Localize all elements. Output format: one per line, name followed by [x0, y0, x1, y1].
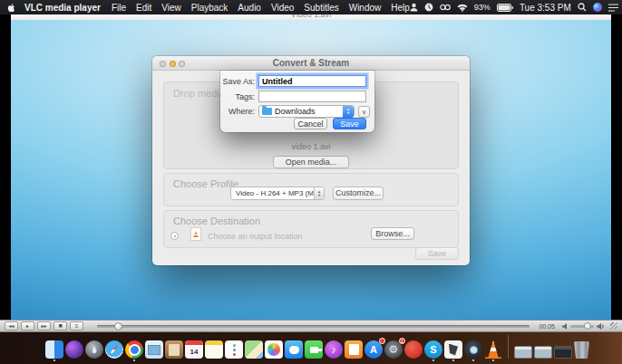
open-media-button[interactable]: Open media...: [273, 156, 349, 168]
dock-item-itunes[interactable]: ♪: [325, 340, 343, 361]
dock-item-chrome[interactable]: [125, 340, 143, 361]
itunes-icon: ♪: [325, 340, 343, 359]
dock-item-skype[interactable]: S: [424, 340, 442, 361]
expand-sheet-button[interactable]: ∨: [358, 106, 370, 118]
profile-dropdown[interactable]: Video - H.264 + MP3 (MP4) ▲▼: [230, 187, 325, 200]
user-icon[interactable]: [410, 3, 418, 12]
maps-icon: [245, 340, 263, 359]
minimize-button[interactable]: [170, 61, 176, 67]
volume-control: [562, 323, 605, 330]
dock-item-trash[interactable]: [574, 341, 589, 361]
dock-item-notes[interactable]: [205, 340, 223, 361]
convert-window-title-bar[interactable]: Convert & Stream: [152, 56, 470, 71]
dock-item-app-store[interactable]: A: [364, 340, 383, 361]
cancel-button[interactable]: Cancel: [294, 118, 327, 129]
dock-item-window-1[interactable]: [514, 346, 532, 361]
dock-item-system-preferences[interactable]: ⚙1: [384, 340, 403, 361]
menu-window[interactable]: Window: [349, 3, 382, 13]
menu-view[interactable]: View: [161, 3, 181, 13]
chrome-running-indicator: [133, 359, 135, 361]
volume-slider[interactable]: [570, 325, 594, 328]
steam-icon: [464, 340, 482, 359]
convert-save-button-disabled[interactable]: Save: [415, 247, 459, 260]
playlist-button[interactable]: ≡: [70, 321, 83, 330]
menu-edit[interactable]: Edit: [136, 3, 151, 13]
play-button[interactable]: ▸: [21, 321, 34, 330]
menu-bar-clock[interactable]: Tue 3:53 PM: [520, 3, 571, 13]
dock-item-steam[interactable]: [464, 340, 482, 361]
seek-slider[interactable]: [97, 325, 530, 328]
menu-file[interactable]: File: [112, 3, 126, 13]
resize-grip[interactable]: [610, 322, 617, 330]
stop-button[interactable]: ■: [53, 321, 67, 330]
dock-item-vlc[interactable]: [484, 340, 502, 361]
volume-knob[interactable]: [584, 322, 591, 330]
stepper-arrows-icon: ▲▼: [314, 187, 324, 199]
browse-button[interactable]: Browse...: [371, 227, 414, 240]
apple-menu-icon[interactable]: [6, 3, 16, 13]
dock-item-contacts[interactable]: [165, 340, 183, 361]
dock-item-calendar[interactable]: 14: [185, 340, 203, 361]
where-label: Where:: [220, 107, 255, 116]
where-dropdown[interactable]: Downloads ▲▼: [258, 105, 355, 118]
dock-item-ibooks[interactable]: [345, 340, 363, 361]
contacts-icon: [165, 340, 183, 359]
dock-item-photos[interactable]: [265, 340, 283, 361]
dock-item-safari[interactable]: [105, 340, 123, 361]
dock-item-launchpad[interactable]: [85, 340, 103, 361]
calendar-label: 14: [190, 348, 199, 356]
save-button[interactable]: Save: [333, 118, 366, 129]
skype-running-indicator: [432, 359, 434, 361]
dock-item-window-3[interactable]: [554, 346, 572, 361]
battery-icon[interactable]: [497, 4, 513, 12]
safari-icon: [105, 340, 123, 359]
volume-low-icon[interactable]: [562, 323, 568, 330]
destination-radio[interactable]: [170, 232, 179, 240]
save-as-input[interactable]: [258, 75, 366, 87]
media-file-name: video 1.avi: [164, 142, 458, 151]
sync-icon[interactable]: [424, 3, 433, 12]
window-2-icon: [534, 346, 552, 359]
siri-icon[interactable]: [593, 3, 602, 12]
chrome-icon: [125, 340, 143, 359]
dock-item-preview[interactable]: [145, 340, 163, 361]
app-store-icon: A: [364, 340, 383, 359]
trash-icon: [574, 341, 589, 359]
active-app-name[interactable]: VLC media player: [24, 3, 101, 13]
dock-item-red-app[interactable]: [404, 340, 423, 361]
dock-item-finder[interactable]: [45, 340, 63, 361]
finder-icon: [45, 340, 63, 359]
tags-input[interactable]: [258, 91, 366, 102]
seek-knob[interactable]: [114, 322, 122, 330]
menu-bar: VLC media player FileEditViewPlaybackAud…: [0, 0, 622, 14]
save-as-label: Save As:: [220, 77, 255, 86]
close-button[interactable]: [160, 61, 166, 67]
spotlight-search-icon[interactable]: [578, 3, 587, 12]
downloads-folder-icon: [262, 108, 272, 115]
menu-video[interactable]: Video: [271, 3, 294, 13]
forward-button[interactable]: ▸▸: [37, 321, 51, 330]
dock-item-messages[interactable]: [285, 340, 303, 361]
vlc-controller-bar: ◂◂ ▸ ▸▸ ■ ≡ 00:05: [0, 320, 622, 332]
menu-playback[interactable]: Playback: [191, 3, 228, 13]
menu-subtitles[interactable]: Subtitles: [304, 3, 338, 13]
display-icon[interactable]: [440, 4, 451, 11]
dock-item-siri[interactable]: [65, 340, 83, 361]
customize-button[interactable]: Customize...: [333, 187, 384, 200]
battery-percentage[interactable]: 93%: [474, 3, 491, 12]
dock-item-reminders[interactable]: [225, 340, 243, 361]
notification-center-icon[interactable]: [608, 4, 618, 12]
dock-item-window-2[interactable]: [534, 346, 552, 361]
output-location-placeholder: Choose an output location: [208, 232, 303, 241]
menu-audio[interactable]: Audio: [238, 3, 261, 13]
window-3-icon: [554, 346, 572, 359]
dock-item-facetime[interactable]: [305, 340, 323, 361]
wifi-icon[interactable]: [457, 4, 468, 12]
dock-item-maps[interactable]: [245, 340, 263, 361]
zoom-button[interactable]: [179, 61, 185, 67]
dock-item-text-app[interactable]: [444, 340, 462, 361]
volume-high-icon[interactable]: [597, 323, 605, 330]
menu-help[interactable]: Help: [391, 3, 410, 13]
launchpad-icon: [85, 340, 103, 359]
rewind-button[interactable]: ◂◂: [5, 321, 18, 330]
